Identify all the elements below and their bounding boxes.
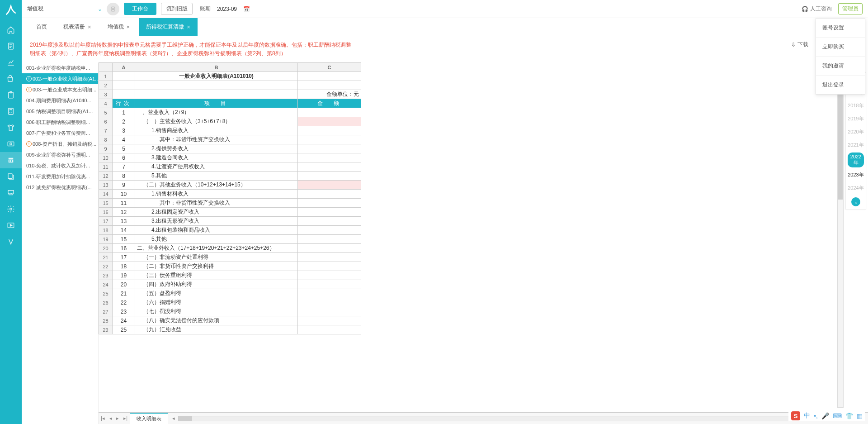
sheet-tab[interactable]: 收入明细表 [130,413,168,424]
consult-link[interactable]: 🎧人工咨询 [802,5,832,13]
year-option[interactable]: 2018年 [846,99,866,112]
nav-calc-icon[interactable] [0,103,22,119]
table-row[interactable]: 2218（二）非货币性资产交换利得 [99,262,361,271]
tab-tax-list[interactable]: 税表清册× [56,18,99,36]
ime-tool-icon[interactable]: ▦ [857,412,863,419]
spreadsheet[interactable]: ABC1一般企业收入明细表(A101010)23金额单位：元4行次项 目金 额5… [99,62,361,334]
sheet-tabbar: |◂◂▸▸| 收入明细表 ◂ ▸ [99,412,868,424]
form-list-item[interactable]: !003-一般企业成本支出明细... [22,84,98,95]
table-row[interactable]: 2117（一）非流动资产处置利得 [99,253,361,262]
nav-copy-icon[interactable] [0,168,22,185]
form-list-item[interactable]: 007-广告费和业务宣传费跨... [22,128,98,138]
close-icon[interactable]: × [127,24,130,30]
tab-vat[interactable]: 增值税× [100,18,137,36]
vertical-scrollbar[interactable] [837,72,844,408]
table-row[interactable]: 2521（五）盘盈利得 [99,289,361,298]
ime-keyboard-icon[interactable]: ⌨ [833,412,842,419]
form-list-item[interactable]: 012-减免所得税优惠明细表(... [22,182,98,193]
admin-dropdown: 账号设置立即购买我的邀请退出登录 [816,18,865,95]
sheet-nav[interactable]: |◂◂▸▸| [99,413,130,424]
table-row[interactable]: 2824（八）确实无法偿付的应付款项 [99,316,361,325]
nav-chart-icon[interactable] [0,54,22,71]
table-row[interactable]: 139（二）其他业务收入（10+12+13+14+15） [99,181,361,190]
form-list-item[interactable]: 004-期间费用明细表(A1040... [22,95,98,106]
dropdown-item[interactable]: 退出登录 [816,76,865,94]
nav-tax-icon[interactable] [0,152,22,168]
form-list-item[interactable]: 011-研发费用加计扣除优惠... [22,171,98,182]
form-list-item[interactable]: 001-企业所得税年度纳税申... [22,62,98,73]
table-row[interactable]: 17133.出租无形资产收入 [99,217,361,226]
nav-clipboard-icon[interactable] [0,87,22,103]
scroll-track[interactable] [178,416,858,421]
ime-logo-icon[interactable]: S [791,411,800,420]
form-list-item[interactable]: 006-职工薪酬纳税调整明细... [22,117,98,128]
form-list-item[interactable]: !002-一般企业收入明细表(A1... [22,73,98,84]
table-row[interactable]: 1511其中：非货币性资产交换收入 [99,199,361,208]
table-row[interactable]: 19155.其他 [99,235,361,244]
table-row[interactable]: 62（一）主营业务收入（3+5+6+7+8） [99,117,361,126]
close-icon[interactable]: × [88,24,91,30]
year-option[interactable]: 2019年 [846,112,866,125]
close-icon[interactable]: × [187,24,190,30]
nav-doc-icon[interactable] [0,38,22,54]
table-row[interactable]: 952.提供劳务收入 [99,144,361,153]
year-option[interactable]: 2024年 [846,181,866,195]
ime-punct-icon[interactable]: •, [814,412,818,419]
history-button[interactable] [107,3,119,15]
table-row[interactable]: 2723（七）罚没利得 [99,307,361,316]
admin-button[interactable]: 管理员 [838,3,863,14]
year-option[interactable]: 2022年 [848,152,864,167]
table-row[interactable]: 2016二、营业外收入（17+18+19+20+21+22+23+24+25+2… [99,244,361,253]
table-row[interactable]: 84其中：非货币性资产交换收入 [99,135,361,144]
scroll-thumb[interactable] [179,416,192,421]
table-row[interactable]: 1174.让渡资产使用权收入 [99,162,361,172]
nav-inbox-icon[interactable] [0,185,22,201]
dropdown-item[interactable]: 我的邀请 [816,57,865,76]
nav-v-icon[interactable] [0,233,22,250]
ime-bar: S 中 •, 🎤 ⌨ 👕 ▦ [788,410,865,421]
page-tabs: 首页 税表清册× 增值税× 所得税汇算清缴× [22,18,868,36]
year-option[interactable]: 2020年 [846,125,866,138]
nav-shirt-icon[interactable] [0,119,22,136]
form-list-item[interactable]: 009-企业所得税弥补亏损明... [22,149,98,160]
tab-income-tax[interactable]: 所得税汇算清缴× [139,18,198,36]
horizontal-scrollbar[interactable]: ◂ ▸ [168,415,868,421]
table-row[interactable]: 51一、营业收入（2+9） [99,108,361,117]
nav-play-icon[interactable] [0,217,22,233]
table-row[interactable]: 2622（六）捐赠利得 [99,298,361,307]
company-selector[interactable]: 增值税 ⌄ [27,5,102,13]
nav-home-icon[interactable] [0,22,22,38]
nav-money-icon[interactable] [0,136,22,152]
table-row[interactable]: 1063.建造合同收入 [99,153,361,162]
year-option[interactable]: 2021年 [846,138,866,152]
year-more-icon[interactable]: ⌄ [851,197,860,206]
ime-skin-icon[interactable]: 👕 [845,412,853,419]
form-list-item[interactable]: 010-免税、减计收入及加计... [22,160,98,171]
switch-old-button[interactable]: 切到旧版 [161,3,193,15]
year-option[interactable]: 2023年 [846,168,866,181]
workbench-button[interactable]: 工作台 [124,3,156,15]
dropdown-item[interactable]: 账号设置 [816,19,865,38]
dropdown-item[interactable]: 立即购买 [816,38,865,57]
calendar-icon[interactable]: 📅 [243,6,250,12]
table-row[interactable]: 2925（九）汇兑收益 [99,325,361,334]
scroll-left-icon[interactable]: ◂ [171,415,176,421]
table-row[interactable]: 16122.出租固定资产收入 [99,208,361,217]
table-row[interactable]: 18144.出租包装物和商品收入 [99,226,361,235]
ime-mic-icon[interactable]: 🎤 [821,412,829,419]
table-row[interactable]: 2319（三）债务重组利得 [99,271,361,280]
grid-wrap[interactable]: ABC1一般企业收入明细表(A101010)23金额单位：元4行次项 目金 额5… [99,62,868,412]
period-value[interactable]: 2023-09 [217,6,237,12]
form-list-item[interactable]: 005-纳税调整项目明细表(A1... [22,106,98,117]
table-row[interactable]: 731.销售商品收入 [99,126,361,135]
table-row[interactable]: 2420（四）政府补助利得 [99,280,361,289]
ime-lang[interactable]: 中 [804,412,810,420]
form-list-item[interactable]: !008-资产折旧、摊销及纳税... [22,138,98,149]
table-row[interactable]: 14101.销售材料收入 [99,190,361,199]
nav-gear-icon[interactable] [0,201,22,217]
tab-home[interactable]: 首页 [29,18,54,36]
table-row[interactable]: 1285.其他 [99,172,361,181]
company-name: 增值税 [27,5,43,13]
download-action[interactable]: ⇩下载 [791,41,808,48]
nav-bag-icon[interactable] [0,71,22,87]
